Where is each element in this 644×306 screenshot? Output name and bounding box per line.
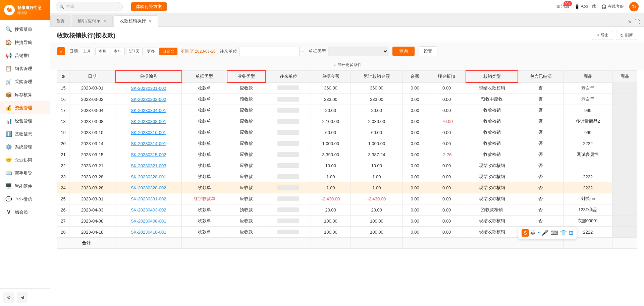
message-btn[interactable]: ✉ 消息 99+ bbox=[556, 4, 569, 9]
row-write-off-type: 收款核销 bbox=[466, 105, 518, 116]
sidebar-item-marketing[interactable]: 📢 营销推广 bbox=[0, 49, 50, 62]
ellipsis-btn[interactable]: ··· bbox=[300, 48, 305, 54]
row-product1: 2222 bbox=[564, 182, 612, 193]
row-order-no[interactable]: SK-20230403-002 bbox=[115, 204, 182, 216]
solution-btn[interactable]: 体验行业方案 bbox=[131, 2, 167, 11]
row-counterpart: ███████ bbox=[266, 160, 311, 171]
row-date: 2023-03-31 bbox=[69, 193, 115, 204]
sidebar-label-inventory: 库存核算 bbox=[15, 92, 32, 98]
main-area: 🔍 搜索 体验行业方案 ✉ 消息 99+ 📱 App下载 🎧 在线客服 Rit bbox=[50, 0, 644, 306]
app-download-btn[interactable]: 📱 App下载 bbox=[575, 4, 596, 9]
settings-icon-btn[interactable]: ⚙ bbox=[3, 292, 14, 303]
keyboard-icon: ⌨ bbox=[550, 230, 558, 237]
row-order-no[interactable]: SK-20230328-001 bbox=[115, 171, 182, 182]
row-order-no[interactable]: SK-20230408-001 bbox=[115, 216, 182, 227]
close-all-tabs-btn[interactable]: ✕ bbox=[628, 19, 632, 25]
receipt-type-select[interactable] bbox=[328, 47, 388, 56]
row-num: 18 bbox=[57, 116, 69, 127]
row-biz-type: 应收款 bbox=[227, 171, 266, 182]
row-bill-type: 收款单 bbox=[182, 127, 227, 138]
col-written-off: 累计核销金额 bbox=[351, 70, 402, 82]
table-row: 162023-03-02SK-20230302-002收款单预收款███████… bbox=[57, 94, 637, 105]
counterpart-input[interactable] bbox=[239, 47, 300, 56]
sidebar-item-operations[interactable]: 📊 经营管理 bbox=[0, 114, 50, 127]
row-counterpart: ███████ bbox=[266, 105, 311, 116]
sidebar-item-enterprise[interactable]: 🤝 企业协同 bbox=[0, 154, 50, 167]
sidebar-item-wechat[interactable]: 💬 企业微信 bbox=[0, 193, 50, 206]
collapse-btn[interactable]: ◀ bbox=[17, 292, 28, 303]
table-container: ⚙ 日期 单据编号 单据类型 业务类型 往来单位 单据金额 累计核销金额 余额 … bbox=[50, 70, 644, 306]
logo-text: 畅康道好生意 标准版 bbox=[17, 5, 42, 15]
table-row: 272023-04-08SK-20230408-001收款单应收款███████… bbox=[57, 216, 637, 227]
row-num: 28 bbox=[57, 227, 69, 238]
row-order-no[interactable]: SK-20230331-002 bbox=[115, 193, 182, 204]
row-amount: 1.00 bbox=[311, 182, 351, 193]
row-cash-discount: -2.76 bbox=[427, 149, 466, 160]
row-cash-discount: 0.00 bbox=[427, 94, 466, 105]
service-btn[interactable]: 🎧 在线客服 bbox=[601, 4, 624, 9]
sidebar-item-guide[interactable]: 📖 新手引导 bbox=[0, 167, 50, 180]
date-btn-custom[interactable]: 自定义 bbox=[159, 48, 177, 55]
row-order-no[interactable]: SK-20230321-003 bbox=[115, 160, 182, 171]
sidebar-item-quicknav[interactable]: 🏠 快捷导航 bbox=[0, 36, 50, 49]
vip-icon: V bbox=[5, 209, 12, 215]
row-order-no[interactable]: SK-20230308-001 bbox=[115, 116, 182, 127]
sidebar-label-enterprise: 企业协同 bbox=[15, 157, 32, 163]
row-order-no[interactable]: SK-20230304-001 bbox=[115, 105, 182, 116]
row-order-no[interactable]: SK-20230310-001 bbox=[115, 127, 182, 138]
sidebar-item-finance[interactable]: 💰 资金管理 bbox=[0, 101, 50, 114]
refresh-btn[interactable]: ↻ 刷新 bbox=[616, 31, 637, 40]
setting-btn[interactable]: 设置 bbox=[419, 46, 437, 56]
row-order-no[interactable]: SK-20230302-002 bbox=[115, 94, 182, 105]
row-product1: 衣服00001 bbox=[564, 216, 612, 227]
sidebar-item-purchase[interactable]: 🛒 采购管理 bbox=[0, 75, 50, 88]
date-btn-last-month[interactable]: 上月 bbox=[80, 48, 94, 55]
row-date: 2023-04-03 bbox=[69, 204, 115, 216]
tab-close-receipt[interactable]: ✕ bbox=[148, 18, 152, 24]
expand-more-btn[interactable]: ∨ 展开更多条件 bbox=[333, 62, 362, 68]
row-balance: 0.00 bbox=[402, 127, 427, 138]
date-btn-this-month[interactable]: 本月 bbox=[95, 48, 109, 55]
sidebar-item-hardware[interactable]: 🖥️ 智能硬件 bbox=[0, 180, 50, 193]
row-product2 bbox=[612, 82, 637, 94]
row-order-no[interactable]: SK-20230314-001 bbox=[115, 138, 182, 149]
row-amount: 360.00 bbox=[311, 82, 351, 94]
tab-receipt[interactable]: 收款核销执行 ✕ bbox=[114, 15, 158, 27]
col-bill-type: 单据类型 bbox=[182, 70, 227, 82]
topbar-search[interactable]: 🔍 搜索 bbox=[56, 2, 123, 11]
row-order-no[interactable]: SK-20230418-001 bbox=[115, 227, 182, 238]
tab-home[interactable]: 首页 bbox=[50, 15, 70, 26]
row-order-no[interactable]: SK-20230328-002 bbox=[115, 182, 182, 193]
sidebar-item-basic[interactable]: ℹ️ 基础信息 bbox=[0, 127, 50, 140]
export-btn[interactable]: ↗ 导出 bbox=[592, 31, 613, 40]
row-order-no[interactable]: SK-20230301-002 bbox=[115, 82, 182, 94]
tab-close-preorder[interactable]: ✕ bbox=[103, 18, 107, 24]
row-written-off: 60.00 bbox=[351, 127, 402, 138]
row-write-off-type: 现结收款核销 bbox=[466, 182, 518, 193]
row-cash-discount: -70.00 bbox=[427, 116, 466, 127]
date-btn-this-year[interactable]: 本年 bbox=[111, 48, 125, 55]
query-btn[interactable]: 查询 bbox=[392, 47, 415, 56]
footer-balance bbox=[402, 238, 427, 249]
date-btn-more[interactable]: 更多 bbox=[144, 48, 158, 55]
sidebar-item-inventory[interactable]: 📦 库存核算 bbox=[0, 88, 50, 101]
sidebar-item-vip[interactable]: V 畅会员 bbox=[0, 206, 50, 219]
maximize-btn[interactable]: ⛶ bbox=[635, 19, 640, 25]
tab-preorder[interactable]: 预引/应付单 ✕ bbox=[72, 15, 113, 26]
row-biz-type: 应收款 bbox=[227, 193, 266, 204]
row-num: 27 bbox=[57, 216, 69, 227]
avatar[interactable]: Rit bbox=[629, 2, 639, 11]
expand-filter-btn[interactable]: » bbox=[57, 47, 65, 55]
date-btn-7days[interactable]: 近7天 bbox=[126, 48, 143, 55]
sidebar-item-sales[interactable]: 📋 销售管理 bbox=[0, 62, 50, 75]
col-settings-icon[interactable]: ⚙ bbox=[57, 70, 69, 82]
sidebar-item-search[interactable]: 🔍 搜索菜单 bbox=[0, 23, 50, 36]
row-order-no[interactable]: SK-20230315-002 bbox=[115, 149, 182, 160]
footer-cash-discount bbox=[427, 238, 466, 249]
table-row: 212023-03-15SK-20230315-002收款单应收款███████… bbox=[57, 149, 637, 160]
filter-bar: » 日期 上月 本月 本年 近7天 更多 自定义 不限 至 2023-07-26… bbox=[50, 43, 644, 60]
sidebar: 畅 畅康道好生意 标准版 🔍 搜索菜单 🏠 快捷导航 📢 营销推广 📋 销售管理… bbox=[0, 0, 50, 306]
row-product1: 999 bbox=[564, 127, 612, 138]
sidebar-item-system[interactable]: ⚙️ 系统管理 bbox=[0, 140, 50, 154]
row-bill-type: 收款单 bbox=[182, 160, 227, 171]
